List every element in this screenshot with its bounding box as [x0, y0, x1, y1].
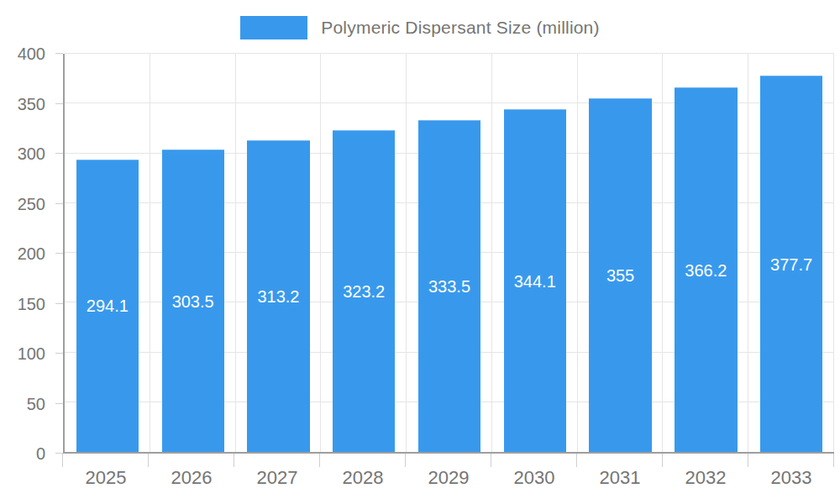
bar[interactable]: 303.5: [162, 150, 224, 452]
y-axis-label: 300: [18, 144, 45, 164]
x-axis-label: 2025: [63, 467, 149, 496]
bar-value-label: 333.5: [428, 276, 470, 296]
bar[interactable]: 313.2: [247, 140, 309, 452]
x-axis-label: 2028: [320, 467, 406, 496]
bar-cell: 313.2: [236, 54, 322, 452]
bar-chart: Polymeric Dispersant Size (million) 0501…: [0, 0, 840, 504]
bar[interactable]: 355: [589, 98, 651, 452]
y-axis-label: 100: [18, 344, 45, 364]
y-axis-label: 350: [18, 94, 45, 113]
y-axis-tick: [55, 203, 63, 204]
x-axis-tick: [748, 454, 748, 467]
legend-swatch-icon: [240, 16, 307, 39]
y-axis-tick: [55, 103, 63, 104]
legend-item[interactable]: Polymeric Dispersant Size (million): [240, 16, 599, 39]
y-axis: 050100150200250300350400: [0, 54, 63, 454]
y-axis-label: 0: [36, 444, 45, 464]
x-axis-label: 2033: [748, 467, 834, 496]
x-axis-label: 2031: [577, 467, 663, 496]
bar-cell: 333.5: [407, 54, 492, 452]
y-axis-tick: [55, 53, 63, 54]
x-axis-tick: [491, 454, 491, 467]
x-axis-label: 2026: [149, 467, 234, 496]
x-axis-tick: [576, 454, 577, 467]
x-axis-label: 2032: [663, 467, 748, 496]
bar-value-label: 303.5: [172, 291, 214, 311]
x-axis-tick: [405, 454, 406, 467]
bar[interactable]: 344.1: [504, 109, 566, 452]
bar[interactable]: 377.7: [760, 76, 822, 452]
y-axis-label: 250: [18, 194, 45, 213]
x-axis-tick: [319, 454, 320, 467]
bar-value-label: 344.1: [514, 271, 556, 291]
y-axis-tick: [55, 353, 63, 354]
x-axis-tick: [148, 454, 149, 467]
y-axis-label: 50: [27, 394, 45, 413]
bar-series: 294.1303.5313.2323.2333.5344.1355366.237…: [65, 54, 834, 452]
bar[interactable]: 366.2: [675, 87, 737, 452]
bar-cell: 377.7: [748, 54, 834, 452]
bar-value-label: 294.1: [87, 297, 129, 316]
x-axis-label: 2030: [491, 467, 577, 496]
legend-label: Polymeric Dispersant Size (million): [321, 18, 599, 38]
x-axis-label: 2027: [234, 467, 320, 496]
y-axis-label: 150: [18, 294, 45, 313]
bar-cell: 294.1: [65, 54, 150, 452]
bar-cell: 323.2: [321, 54, 407, 452]
bar-cell: 366.2: [663, 54, 748, 452]
bar-cell: 303.5: [150, 54, 236, 452]
x-axis-labels: 202520262027202820292030203120322033: [63, 467, 834, 496]
x-axis-tick: [62, 454, 63, 467]
x-axis-tick: [662, 454, 663, 467]
x-axis-tick: [833, 454, 834, 467]
bar[interactable]: 323.2: [333, 130, 395, 452]
y-axis-tick: [55, 253, 63, 254]
bar-cell: 355: [578, 54, 664, 452]
bar-value-label: 377.7: [770, 255, 812, 274]
y-axis-tick: [55, 403, 63, 404]
bar-value-label: 355: [606, 266, 634, 286]
bar-value-label: 313.2: [257, 286, 299, 306]
y-axis-tick: [55, 303, 63, 304]
legend: Polymeric Dispersant Size (million): [0, 13, 840, 42]
bar-cell: 344.1: [492, 54, 578, 452]
y-axis-tick: [55, 153, 63, 154]
bar-value-label: 323.2: [343, 282, 385, 302]
bar-value-label: 366.2: [685, 260, 727, 280]
y-axis-label: 200: [18, 244, 45, 264]
x-axis-label: 2029: [406, 467, 491, 496]
x-axis-tick: [234, 454, 234, 467]
y-axis-label: 400: [18, 45, 45, 64]
plot-area: 294.1303.5313.2323.2333.5344.1355366.237…: [63, 54, 834, 454]
bar[interactable]: 333.5: [418, 120, 480, 452]
bar[interactable]: 294.1: [76, 160, 139, 453]
